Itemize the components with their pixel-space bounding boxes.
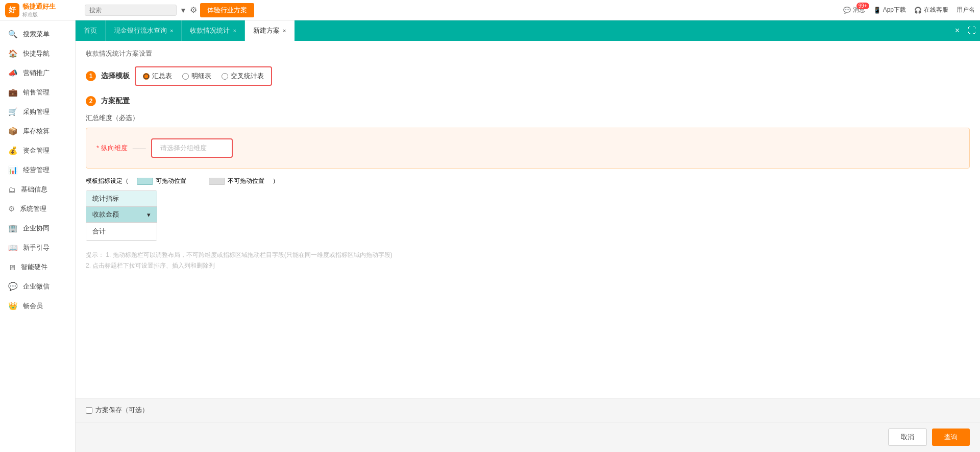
sidebar-label-finance: 资金管理	[23, 146, 50, 155]
sidebar-item-system[interactable]: ⚙ 系统管理	[0, 199, 75, 219]
indicator-column-header[interactable]: 收款金额 ▾	[86, 207, 157, 223]
download-label: App下载	[883, 6, 906, 14]
download-item[interactable]: 📱 App下载	[873, 6, 906, 14]
query-button[interactable]: 查询	[932, 429, 970, 446]
radio-summary-input[interactable]	[143, 73, 150, 80]
system-icon: ⚙	[8, 204, 15, 213]
sidebar-item-guide[interactable]: 📖 新手引导	[0, 238, 75, 257]
sidebar-label-purchase: 采购管理	[23, 107, 50, 116]
radio-summary[interactable]: 汇总表	[143, 72, 172, 81]
marketing-icon: 📣	[8, 68, 18, 78]
section2-num: 2	[86, 96, 96, 106]
legend-immovable: 不可拖动位置	[209, 177, 264, 185]
management-icon: 📊	[8, 165, 18, 175]
sidebar-label-marketing: 营销推广	[23, 68, 50, 78]
indicator-column-dropdown[interactable]: ▾	[147, 211, 151, 219]
sidebar-item-marketing[interactable]: 📣 营销推广	[0, 63, 75, 83]
service-icon: 🎧	[914, 7, 922, 14]
action-bar: 取消 查询	[76, 422, 980, 452]
sidebar-item-basic[interactable]: 🗂 基础信息	[0, 180, 75, 199]
sidebar-label-sales: 销售管理	[23, 88, 50, 97]
dimension-row-label: * 纵向维度	[96, 144, 128, 153]
header-search-input[interactable]	[85, 5, 177, 16]
section2-label: 方案配置	[101, 97, 130, 106]
immovable-legend-box	[209, 178, 225, 185]
radio-crosstab-input[interactable]	[222, 73, 228, 80]
header-dropdown-btn[interactable]: ▼	[180, 6, 187, 14]
purchase-icon: 🛒	[8, 107, 18, 116]
tab-home-label: 首页	[84, 26, 97, 35]
dimension-row: * 纵向维度 —— 请选择分组维度	[96, 138, 959, 158]
sidebar: 🔍 搜索菜单 🏠 快捷导航 📣 营销推广 💼 销售管理 🛒 采购管理 📦 库存核…	[0, 20, 76, 452]
indicator-column-label: 收款金额	[92, 210, 119, 219]
tab-expand-btn[interactable]: ⛶	[964, 26, 980, 35]
cancel-button[interactable]: 取消	[888, 429, 927, 446]
home-icon: 🏠	[8, 49, 18, 58]
section-template: 1 选择模板 汇总表 明细表	[86, 66, 970, 86]
tab-bar: 首页 现金银行流水查询 × 收款情况统计 × 新建方案 × × ⛶	[76, 20, 980, 41]
notif-badge: 99+	[856, 3, 869, 9]
sidebar-item-home[interactable]: 🏠 快捷导航	[0, 44, 75, 63]
sidebar-item-sales[interactable]: 💼 销售管理	[0, 83, 75, 102]
header-gear-btn[interactable]: ⚙	[190, 5, 197, 15]
radio-crosstab-label: 交叉统计表	[231, 72, 264, 81]
sidebar-item-hardware[interactable]: 🖥 智能硬件	[0, 257, 75, 277]
radio-crosstab[interactable]: 交叉统计表	[222, 72, 264, 81]
sidebar-item-member[interactable]: 👑 畅会员	[0, 296, 75, 316]
tab-new-scheme-close[interactable]: ×	[283, 28, 286, 34]
radio-detail[interactable]: 明细表	[182, 72, 211, 81]
hardware-icon: 🖥	[8, 263, 16, 272]
logo-text: 畅捷通好生	[22, 2, 56, 11]
indicator-table: 统计指标 收款金额 ▾ 合计	[86, 191, 157, 241]
sidebar-item-enterprise[interactable]: 🏢 企业协同	[0, 219, 75, 238]
wechat-icon: 💬	[8, 282, 18, 291]
tab-collection-stats-close[interactable]: ×	[233, 28, 236, 34]
tab-collection-stats[interactable]: 收款情况统计 ×	[182, 20, 244, 41]
sidebar-item-inventory[interactable]: 📦 库存核算	[0, 122, 75, 141]
sidebar-item-wechat[interactable]: 💬 企业微信	[0, 277, 75, 296]
legend-separator	[194, 177, 201, 185]
sidebar-item-purchase[interactable]: 🛒 采购管理	[0, 102, 75, 122]
indicator-legend: 模板指标设定（ 可拖动位置 不可拖动位置 ）	[86, 177, 970, 185]
hint-line-1: 提示： 1. 拖动标题栏可以调整布局，不可跨维度或指标区域拖动栏目字段(只能在同…	[86, 251, 970, 259]
tab-cash-flow-close[interactable]: ×	[170, 28, 173, 34]
user-info[interactable]: 用户名	[957, 6, 975, 14]
radio-detail-input[interactable]	[182, 73, 189, 80]
dimension-area: * 纵向维度 —— 请选择分组维度	[86, 128, 970, 169]
tab-new-scheme[interactable]: 新建方案 ×	[245, 20, 295, 41]
tab-cash-flow[interactable]: 现金银行流水查询 ×	[106, 20, 182, 41]
top-header: 好 畅捷通好生 标准版 ▼ ⚙ 体验行业方案 💬 消息 99+ 📱 App下载 …	[0, 0, 980, 20]
header-right: 💬 消息 99+ 📱 App下载 🎧 在线客服 用户名	[843, 6, 975, 14]
sidebar-label-basic: 基础信息	[21, 185, 47, 194]
dimension-select-box[interactable]: 请选择分组维度	[151, 138, 233, 158]
save-checkbox[interactable]	[86, 407, 92, 414]
logo-area: 好 畅捷通好生 标准版	[5, 2, 81, 18]
footer-section: 方案保存（可选）	[76, 398, 980, 422]
section2-header: 2 方案配置	[86, 96, 970, 106]
dimension-arrow: ——	[133, 145, 146, 152]
indicator-table-header: 统计指标	[86, 191, 157, 207]
sidebar-label-system: 系统管理	[20, 204, 46, 213]
radio-detail-label: 明细表	[191, 72, 211, 81]
trial-btn[interactable]: 体验行业方案	[200, 3, 254, 17]
logo-icon: 好	[5, 3, 19, 17]
section1-label: 选择模板	[101, 72, 130, 81]
sidebar-item-management[interactable]: 📊 经营管理	[0, 160, 75, 180]
legend-movable: 可拖动位置	[137, 177, 186, 185]
sales-icon: 💼	[8, 88, 18, 97]
service-item[interactable]: 🎧 在线客服	[914, 6, 948, 14]
tab-home[interactable]: 首页	[76, 20, 106, 41]
download-icon: 📱	[873, 7, 881, 14]
dimension-section-label: 汇总维度（必选）	[86, 113, 970, 123]
hint-line-2: 2. 点击标题栏下拉可设置排序、插入列和删除列	[86, 261, 970, 270]
sidebar-item-finance[interactable]: 💰 资金管理	[0, 141, 75, 160]
guide-icon: 📖	[8, 243, 18, 252]
sidebar-label-hardware: 智能硬件	[21, 263, 47, 272]
save-option[interactable]: 方案保存（可选）	[86, 406, 149, 415]
sidebar-item-search[interactable]: 🔍 搜索菜单	[0, 25, 75, 44]
tab-close-all-btn[interactable]: ×	[951, 26, 964, 35]
service-label: 在线客服	[924, 6, 948, 14]
content-area: 收款情况统计方案设置 1 选择模板 汇总表	[76, 41, 980, 422]
sidebar-label-home: 快捷导航	[23, 49, 50, 58]
notification-item[interactable]: 💬 消息 99+	[843, 6, 865, 14]
